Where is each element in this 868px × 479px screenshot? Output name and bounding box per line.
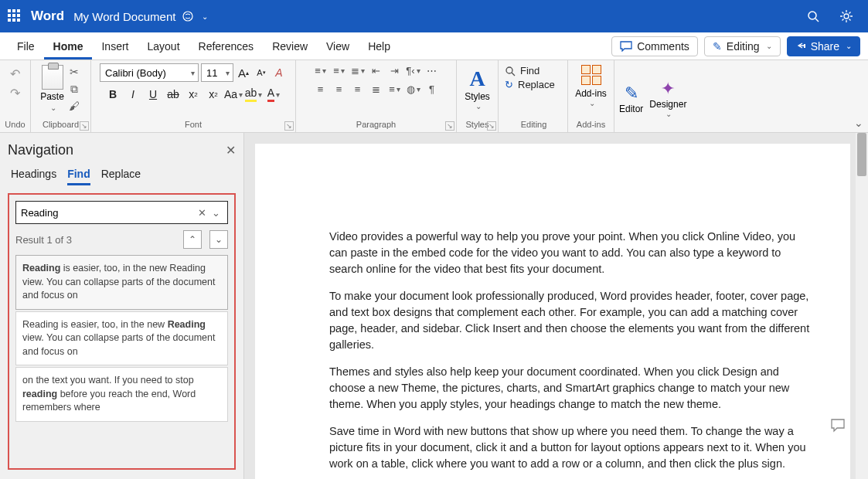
svg-point-5 [506,67,512,73]
search-icon[interactable] [806,9,820,23]
clipboard-dialog-launcher[interactable]: ↘ [80,121,89,131]
find-region: ✕ ⌄ Result 1 of 3 ⌃ ⌄ Reading is easier,… [8,193,236,470]
menu-references[interactable]: References [189,32,264,59]
font-size-select[interactable]: 11▾ [201,63,233,82]
underline-button[interactable]: U [145,87,161,102]
paragraph-label: Paragraph [356,120,396,131]
editing-mode-button[interactable]: ✎ Editing ⌄ [704,36,781,56]
search-input-wrapper: ✕ ⌄ [15,201,228,224]
font-dialog-launcher[interactable]: ↘ [284,121,294,131]
add-comment-icon[interactable] [831,419,846,433]
search-input[interactable] [21,207,195,219]
numbering-button[interactable]: ≡▾ [332,63,347,77]
menu-view[interactable]: View [317,32,359,59]
shading-button[interactable]: ◍▾ [406,82,421,96]
search-result-item[interactable]: on the text you want. If you need to sto… [15,367,228,422]
format-painter-icon[interactable]: 🖌 [67,99,81,113]
paragraph: Save time in Word with new buttons that … [329,423,810,472]
superscript-button[interactable]: x2 [206,87,221,102]
settings-icon[interactable] [839,8,854,24]
comment-icon [620,41,632,52]
document-title[interactable]: My Word Document ⌄ [73,10,208,23]
clipboard-group: Paste ⌄ ✂ ⧉ 🖌 Clipboard ↘ [31,60,91,132]
svg-line-6 [512,73,515,76]
undo-icon[interactable]: ↶ [10,66,20,81]
tab-find[interactable]: Find [67,168,90,185]
menu-help[interactable]: Help [359,32,400,59]
scrollbar-track[interactable] [856,133,868,479]
paste-button[interactable]: Paste ⌄ [40,63,64,112]
align-left-button[interactable]: ≡ [313,82,328,96]
editor-button[interactable]: ✎ Editor [619,83,643,114]
paragraph-dialog-launcher[interactable]: ↘ [445,121,454,131]
bold-button[interactable]: B [105,87,121,102]
text-direction-button[interactable]: ¶‹▾ [406,63,421,77]
font-name-select[interactable]: Calibri (Body)▾ [100,63,199,82]
scrollbar-thumb[interactable] [857,133,866,176]
comments-button[interactable]: Comments [611,36,698,56]
designer-button[interactable]: ✦ Designer ⌄ [649,79,686,118]
app-launcher-icon[interactable] [8,9,22,23]
clear-search-icon[interactable]: ✕ [195,207,209,219]
cut-icon[interactable]: ✂ [67,65,81,79]
font-group: Calibri (Body)▾ 11▾ A▴ A▾ A B I U ab x2 … [91,60,296,132]
decrease-indent-button[interactable]: ⇤ [369,63,384,77]
redo-icon[interactable]: ↷ [10,86,20,100]
tab-replace[interactable]: Replace [101,168,141,185]
find-button[interactable]: Find [505,65,540,76]
menu-layout[interactable]: Layout [138,32,189,59]
chevron-down-icon: ⌄ [202,12,208,21]
svg-rect-4 [804,44,805,48]
copy-icon[interactable]: ⧉ [67,82,81,96]
italic-button[interactable]: I [125,87,141,102]
editor-icon: ✎ [625,83,638,104]
grow-font-icon[interactable]: A▴ [236,65,251,80]
previous-result-button[interactable]: ⌃ [183,230,202,249]
workspace: Navigation ✕ Headings Find Replace ✕ ⌄ R… [0,133,868,479]
styles-button-label: Styles [465,91,490,102]
tab-headings[interactable]: Headings [11,168,56,185]
font-color-button[interactable]: A▾ [266,87,281,102]
more-paragraph-button[interactable]: ⋯ [424,63,440,77]
change-case-button[interactable]: Aa▾ [226,87,241,102]
search-options-icon[interactable]: ⌄ [209,207,223,219]
show-marks-button[interactable]: ¶ [424,82,440,96]
styles-icon[interactable]: A [469,66,485,91]
styles-dialog-launcher[interactable]: ↘ [487,121,496,131]
search-icon [505,66,516,76]
shrink-font-icon[interactable]: A▾ [254,65,269,80]
collapse-ribbon-icon[interactable]: ⌄ [854,117,863,129]
menu-file[interactable]: File [8,32,44,59]
replace-label: Replace [518,79,555,90]
multilevel-list-button[interactable]: ≣▾ [350,63,366,77]
search-result-item[interactable]: Reading is easier, too, in the new Readi… [15,255,228,310]
bullets-button[interactable]: ≡▾ [313,63,328,77]
svg-line-2 [815,19,819,22]
close-icon[interactable]: ✕ [226,143,236,158]
document-page[interactable]: Video provides a powerful way to help yo… [255,144,850,479]
menu-bar: File Home Insert Layout References Revie… [0,32,868,60]
highlight-color-button[interactable]: ab▾ [246,87,261,102]
line-spacing-button[interactable]: ≡▾ [387,82,403,96]
justify-button[interactable]: ≣ [369,82,384,96]
strikethrough-button[interactable]: ab [165,87,181,102]
editing-group: Find ↻ Replace Editing [499,60,568,132]
chevron-down-icon: ⌄ [589,99,595,107]
next-result-button[interactable]: ⌄ [209,230,228,249]
paragraph: To make your document look professionall… [329,288,810,353]
menu-insert[interactable]: Insert [92,32,138,59]
chevron-down-icon: ▾ [191,69,195,77]
menu-home[interactable]: Home [44,32,93,59]
align-right-button[interactable]: ≡ [350,82,366,96]
share-button[interactable]: Share ⌄ [787,36,860,56]
align-center-button[interactable]: ≡ [332,82,347,96]
editor-label: Editor [619,104,643,114]
addins-icon[interactable] [581,65,601,85]
chevron-down-icon: ⌄ [475,102,482,110]
replace-button[interactable]: ↻ Replace [505,79,555,90]
clear-formatting-icon[interactable]: A [271,65,287,80]
menu-review[interactable]: Review [263,32,317,59]
increase-indent-button[interactable]: ⇥ [387,63,403,77]
search-result-item[interactable]: Reading is easier, too, in the new Readi… [15,311,228,366]
subscript-button[interactable]: x2 [186,87,201,102]
